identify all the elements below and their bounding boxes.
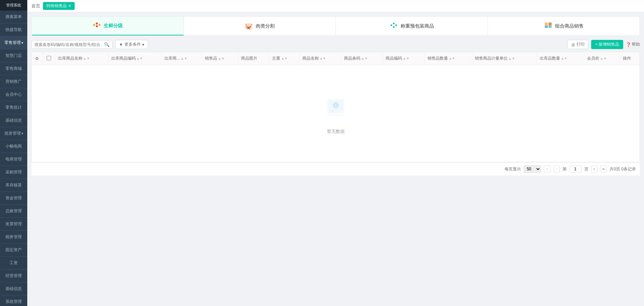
svg-rect-11 [549,26,552,28]
help-label: 帮助 [632,42,640,47]
sidebar-item-accounting-mgmt[interactable]: 总账管理 [0,205,27,218]
cat-tab-combo-sales-label: 组合商品销售 [555,23,584,29]
meat-cutting-icon: 🐷 [244,22,253,30]
fresh-grading-icon [93,21,101,30]
cat-tab-meat-cutting-label: 肉类分割 [256,23,275,29]
sidebar-item-basic-info2[interactable]: 基础信息 [0,282,27,295]
th-sales-product: 销售品 ▲▼ [202,52,238,65]
sidebar-item-retail-mall[interactable]: 零售商城 [0,62,27,75]
sidebar-item-tax-mgmt[interactable]: 税务管理 [0,231,27,244]
toolbar-left: 🔍 ▼ 更多条件 ▾ [31,40,148,49]
sort-icon: ▲▼ [319,57,326,60]
prev-page-button[interactable]: ‹ [554,166,560,172]
th-sales-unit: 销售商品计量单位 ▲▼ [472,52,537,65]
th-out-product-extra: 出库商... ▲▼ [161,52,202,65]
sidebar-item-basic-info1[interactable]: 基础信息 [0,114,27,127]
svg-rect-8 [545,22,548,26]
svg-point-3 [96,25,98,27]
cat-tab-weight-package-label: 称重预包装商品 [401,23,434,29]
sort-icon: ▲▼ [600,57,607,60]
select-all-checkbox[interactable] [47,56,51,60]
empty-state-cell: 暂无数据 [32,65,640,162]
filter-label: 更多条件 [124,42,141,47]
svg-point-17 [336,104,338,106]
sidebar-item-search-menu[interactable]: 搜索菜单 [0,11,27,24]
th-action: 操作 [620,52,640,65]
sidebar-item-marketing[interactable]: 营销推广 [0,75,27,88]
page-size-select[interactable]: 50 10 20 100 [524,165,541,173]
help-button[interactable]: ❓ 帮助 [626,42,640,47]
sidebar-item-mini-ecommerce[interactable]: 小畅电商 [0,140,27,153]
sidebar-item-fixed-assets[interactable]: 固定资产 [0,244,27,257]
empty-state-row: 暂无数据 [32,65,640,162]
pagination: 每页显示 50 10 20 100 « ‹ 第 页 › » 共0页 0条记录 [31,162,640,175]
sidebar-item-ecommerce-mgmt[interactable]: 电商管理 [0,153,27,166]
th-checkbox[interactable] [43,52,55,65]
cat-tab-meat-cutting[interactable]: 🐷 肉类分割 [184,17,336,35]
close-tab-icon[interactable]: ✕ [68,4,71,8]
page-label-suffix: 页 [584,166,588,172]
cat-tab-fresh-grading[interactable]: 生鲜分级 [32,17,184,35]
th-settings[interactable]: ⚙ [32,52,43,65]
sidebar-item-retail-mgmt[interactable]: 零售管理 ▾ [0,36,27,49]
filter-arrow-icon: ▾ [142,42,144,47]
total-label: 共0页 0条记录 [610,166,636,172]
sidebar-item-inventory-check[interactable]: 库存核算 [0,179,27,192]
sort-icon: ▲▼ [561,57,568,60]
svg-point-1 [96,22,98,25]
sidebar-item-quick-nav[interactable]: 快捷导航 [0,24,27,36]
search-input[interactable] [34,42,103,47]
breadcrumb-home[interactable]: 首页 [31,3,40,9]
th-product-name: 商品名称 ▲▼ [299,52,341,65]
svg-point-6 [395,25,397,26]
page-size-label: 每页显示 [505,166,521,172]
svg-point-5 [393,23,394,25]
table-body: 暂无数据 [32,65,640,162]
svg-rect-10 [545,26,548,28]
svg-point-4 [390,25,392,26]
sidebar-item-system-mgmt[interactable]: 系统管理 [0,295,27,306]
first-page-button[interactable]: « [544,166,551,172]
table-settings-icon[interactable]: ⚙ [35,56,39,61]
last-page-button[interactable]: » [600,166,607,172]
sidebar-item-purchase-mgmt[interactable]: 采购管理 [0,166,27,179]
sort-icon: ▲▼ [218,57,225,60]
active-tab-tag[interactable]: 特殊销售品 ✕ [43,2,75,10]
sort-icon: ▲▼ [508,57,515,60]
cat-tab-fresh-grading-label: 生鲜分级 [104,23,123,29]
th-product-barcode: 商品条码 ▲▼ [341,52,383,65]
th-product-code: 商品编码 ▲▼ [383,52,424,65]
svg-point-2 [99,24,101,26]
sidebar-item-member-center[interactable]: 会员中心 [0,88,27,101]
sort-icon: ▲▼ [83,57,90,60]
empty-state: 暂无数据 [32,65,640,162]
print-label: 打印 [576,42,585,47]
help-icon: ❓ [626,42,631,47]
svg-point-0 [93,24,95,26]
sidebar-item-salary[interactable]: 工资 [0,257,27,270]
sort-icon: ▲▼ [281,57,288,60]
new-sales-button[interactable]: + 新增销售品 [591,40,623,49]
sidebar-item-operation-mgmt[interactable]: 经营管理 [0,270,27,282]
sort-icon: ▲▼ [449,57,455,60]
sidebar-item-retail-stats[interactable]: 零售统计 [0,101,27,114]
sidebar-item-smart-store[interactable]: 智慧门店 [0,49,27,62]
sort-icon: ▲▼ [403,57,409,60]
main-content: 首页 特殊销售品 ✕ 生鲜分级 � [27,0,644,306]
print-button[interactable]: 🖨 打印 [567,40,588,49]
filter-button[interactable]: ▼ 更多条件 ▾ [115,40,148,49]
sidebar-logo: 管理系统 [0,0,27,11]
table-header-row: ⚙ 出库商品名称 ▲▼ 出库 [32,52,640,65]
sidebar-item-wholesale-mgmt[interactable]: 批发管理 ▾ [0,127,27,140]
search-box[interactable]: 🔍 [31,40,113,49]
cat-tab-combo-sales[interactable]: 组合商品销售 [488,17,640,35]
next-page-button[interactable]: › [591,166,597,172]
page-number-input[interactable] [569,166,582,172]
sidebar-item-invoice-mgmt[interactable]: 发票管理 [0,218,27,231]
sidebar-item-finance-mgmt[interactable]: 资金管理 [0,192,27,205]
th-main-weight: 主重 ▲▼ [269,52,299,65]
search-icon: 🔍 [104,42,109,47]
chevron-down-icon: ▾ [21,41,23,45]
toolbar-right: 🖨 打印 + 新增销售品 ❓ 帮助 [567,40,640,49]
cat-tab-weight-package[interactable]: 称重预包装商品 [336,17,488,35]
